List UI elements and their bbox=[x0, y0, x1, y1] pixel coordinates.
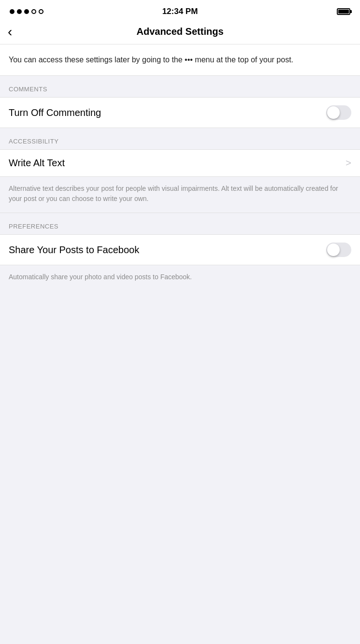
share-to-facebook-toggle[interactable] bbox=[326, 243, 351, 257]
back-button[interactable]: ‹ bbox=[8, 25, 12, 39]
chevron-right-icon: > bbox=[346, 157, 351, 169]
write-alt-text-label: Write Alt Text bbox=[9, 157, 65, 169]
signal-dot-2 bbox=[17, 9, 22, 14]
signal-dot-4 bbox=[31, 9, 36, 14]
alt-text-info-section: Alternative text describes your post for… bbox=[0, 177, 360, 213]
share-to-facebook-label: Share Your Posts to Facebook bbox=[9, 244, 139, 256]
share-toggle-knob bbox=[327, 243, 340, 256]
description-section: You can access these settings later by g… bbox=[0, 44, 360, 76]
share-to-facebook-info-section: Automatically share your photo and video… bbox=[0, 265, 360, 291]
alt-text-info-text: Alternative text describes your post for… bbox=[9, 184, 351, 204]
description-text: You can access these settings later by g… bbox=[9, 54, 351, 66]
accessibility-section-header: ACCESSIBILITY bbox=[0, 128, 360, 150]
write-alt-text-row[interactable]: Write Alt Text > bbox=[0, 150, 360, 177]
comments-header-label: COMMENTS bbox=[9, 86, 47, 93]
status-bar: 12:34 PM bbox=[0, 0, 360, 21]
battery-fill bbox=[338, 10, 349, 14]
battery-indicator bbox=[337, 8, 350, 15]
comments-section-header: COMMENTS bbox=[0, 76, 360, 98]
toggle-knob bbox=[327, 106, 340, 119]
signal-dot-5 bbox=[39, 9, 43, 14]
share-to-facebook-row: Share Your Posts to Facebook bbox=[0, 235, 360, 265]
page-title: Advanced Settings bbox=[136, 26, 223, 37]
preferences-header-label: PREFERENCES bbox=[9, 223, 58, 230]
accessibility-header-label: ACCESSIBILITY bbox=[9, 138, 58, 145]
signal-dot-3 bbox=[24, 9, 29, 14]
battery-icon bbox=[337, 8, 350, 15]
signal-dot-1 bbox=[10, 9, 14, 14]
share-to-facebook-info-text: Automatically share your photo and video… bbox=[9, 272, 351, 282]
preferences-section-header: PREFERENCES bbox=[0, 213, 360, 235]
signal-dots bbox=[10, 9, 43, 14]
bottom-spacer bbox=[0, 291, 360, 387]
nav-header: ‹ Advanced Settings bbox=[0, 21, 360, 44]
status-time: 12:34 PM bbox=[162, 7, 198, 16]
turn-off-commenting-toggle[interactable] bbox=[326, 105, 351, 120]
turn-off-commenting-label: Turn Off Commenting bbox=[9, 107, 101, 118]
back-chevron-icon: ‹ bbox=[8, 25, 12, 39]
turn-off-commenting-row: Turn Off Commenting bbox=[0, 98, 360, 128]
